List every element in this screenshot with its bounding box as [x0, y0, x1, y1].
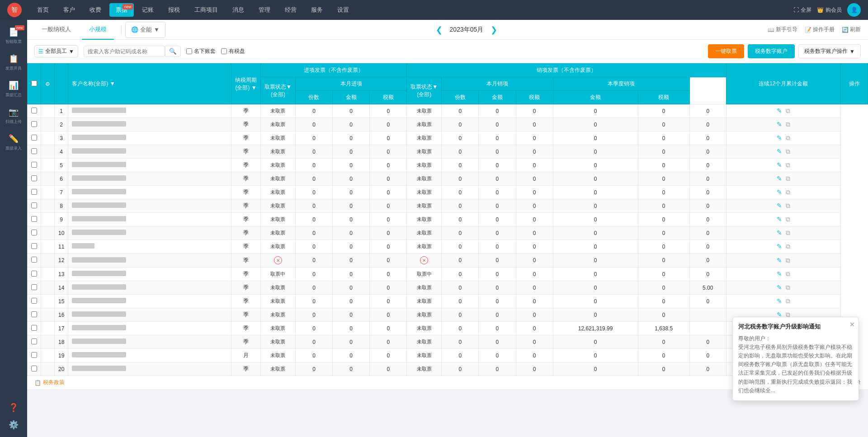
edit-btn[interactable]: ✎: [777, 297, 782, 305]
tax-plate-checkbox-label[interactable]: 有税盘: [221, 47, 245, 55]
nav-billing[interactable]: 收费: [83, 3, 108, 17]
nav-clients[interactable]: 客户: [57, 3, 81, 17]
sidebar-item-invoice-entry[interactable]: ✏️ 票据录入: [1, 130, 26, 155]
copy-btn[interactable]: ⧉: [786, 284, 790, 291]
search-button[interactable]: 🔍: [165, 46, 181, 57]
tax-policy-link[interactable]: 📋 税务政策: [34, 379, 65, 386]
row-checkbox[interactable]: [31, 108, 37, 113]
prev-month-btn[interactable]: ❮: [436, 25, 443, 35]
select-all-checkbox[interactable]: [31, 80, 37, 86]
tab-general[interactable]: 一般纳税人: [34, 20, 78, 40]
edit-btn[interactable]: ✎: [777, 188, 782, 196]
edit-btn[interactable]: ✎: [777, 121, 782, 128]
copy-btn[interactable]: ⧉: [786, 148, 790, 155]
ledger-checkbox-label[interactable]: 名下账套: [186, 47, 216, 55]
copy-btn[interactable]: ⧉: [786, 270, 790, 277]
row-checkbox[interactable]: [31, 189, 37, 195]
copy-btn[interactable]: ⧉: [786, 121, 790, 128]
nav-tax[interactable]: 报税: [162, 3, 186, 17]
notification-close-btn[interactable]: ✕: [849, 321, 855, 328]
copy-btn[interactable]: ⧉: [786, 107, 790, 114]
row-checkbox[interactable]: [31, 311, 37, 317]
copy-btn[interactable]: ⧉: [786, 243, 790, 250]
user-avatar[interactable]: 👤: [847, 3, 861, 17]
copy-btn[interactable]: ⧉: [786, 161, 790, 169]
copy-btn[interactable]: ⧉: [786, 216, 790, 223]
row-checkbox[interactable]: [31, 148, 37, 154]
row-checkbox[interactable]: [31, 257, 37, 263]
one-click-btn[interactable]: 一键取票: [708, 44, 744, 58]
sidebar-item-scan-upload[interactable]: 📷 扫描上传: [1, 103, 26, 128]
row-checkbox[interactable]: [31, 338, 37, 344]
employee-filter[interactable]: ☰ 全部员工 ▼: [34, 45, 78, 57]
digital-ops-btn[interactable]: 税务数字账户操作 ▼: [798, 44, 861, 58]
copy-btn[interactable]: ⧉: [786, 297, 790, 305]
row-checkbox[interactable]: [31, 202, 37, 208]
nav-operations[interactable]: 经营: [278, 3, 303, 17]
tab-divider: [121, 25, 122, 34]
edit-btn[interactable]: ✎: [777, 161, 782, 169]
nav-messages[interactable]: 消息: [226, 3, 250, 17]
ledger-checkbox[interactable]: [186, 48, 192, 54]
search-input[interactable]: [84, 46, 165, 57]
row-checkbox[interactable]: [31, 162, 37, 168]
nav-settings[interactable]: 设置: [331, 3, 355, 17]
nav-bookkeeping[interactable]: 记账: [136, 3, 160, 17]
copy-btn[interactable]: ⧉: [786, 229, 790, 236]
in-status: 未取票: [270, 162, 285, 168]
nav-management[interactable]: 管理: [252, 3, 277, 17]
row-checkbox[interactable]: [31, 271, 37, 277]
row-checkbox[interactable]: [31, 243, 37, 249]
edit-btn[interactable]: ✎: [777, 148, 782, 155]
nav-services[interactable]: 服务: [305, 3, 329, 17]
tab-small[interactable]: 小规模: [82, 20, 114, 40]
row-checkbox[interactable]: [31, 366, 37, 371]
edit-btn[interactable]: ✎: [777, 243, 782, 250]
nav-invoices[interactable]: 票据 new: [109, 3, 134, 17]
edit-btn[interactable]: ✎: [777, 229, 782, 236]
copy-btn[interactable]: ⧉: [786, 257, 790, 264]
manual-btn[interactable]: 📝 操作手册: [805, 26, 835, 33]
edit-btn[interactable]: ✎: [777, 175, 782, 182]
nav-business[interactable]: 工商项目: [188, 3, 224, 17]
row-checkbox[interactable]: [31, 284, 37, 290]
in-status: 未取票: [270, 298, 285, 304]
tab-all[interactable]: 🌐 全能 ▼: [125, 22, 165, 38]
copy-btn[interactable]: ⧉: [786, 175, 790, 182]
tax-plate-checkbox[interactable]: [221, 48, 227, 54]
copy-btn[interactable]: ⧉: [786, 202, 790, 209]
sidebar-item-settings2[interactable]: ⚙️: [1, 416, 26, 433]
digital-account-btn[interactable]: 税务数字账户: [748, 44, 795, 58]
sidebar-item-issue-invoice[interactable]: 📋 发票开具: [1, 50, 26, 75]
membership-btn[interactable]: 👑 购会员: [817, 6, 842, 14]
fullscreen-btn[interactable]: ⛶ 全屏: [793, 6, 811, 14]
out-status: 未取票: [417, 162, 432, 168]
row-checkbox[interactable]: [31, 325, 37, 331]
copy-btn[interactable]: ⧉: [786, 134, 790, 141]
nav-home[interactable]: 首页: [31, 3, 55, 17]
row-checkbox[interactable]: [31, 135, 37, 141]
sidebar-item-help[interactable]: ❓: [1, 399, 26, 416]
refresh-btn[interactable]: 🔄 刷新: [842, 26, 861, 33]
row-checkbox[interactable]: [31, 352, 37, 358]
row-checkbox[interactable]: [31, 121, 37, 127]
row-checkbox[interactable]: [31, 298, 37, 304]
next-month-btn[interactable]: ❯: [491, 25, 497, 35]
edit-btn[interactable]: ✎: [777, 216, 782, 223]
edit-btn[interactable]: ✎: [777, 284, 782, 291]
sidebar: 📄 智能取票 new 📋 发票开具 📊 票据汇总 📷 扫描上传 ✏️ 票据录入 …: [0, 20, 27, 437]
edit-btn[interactable]: ✎: [777, 134, 782, 141]
in-status: 未取票: [270, 149, 285, 154]
edit-btn[interactable]: ✎: [777, 107, 782, 114]
edit-btn[interactable]: ✎: [777, 270, 782, 277]
new-guide-btn[interactable]: 📖 新手引导: [768, 26, 797, 33]
sidebar-item-smart-invoice[interactable]: 📄 智能取票 new: [1, 23, 26, 48]
copy-btn[interactable]: ⧉: [786, 188, 790, 196]
edit-btn[interactable]: ✎: [777, 257, 782, 264]
row-checkbox[interactable]: [31, 216, 37, 222]
edit-btn[interactable]: ✎: [777, 202, 782, 209]
row-checkbox[interactable]: [31, 230, 37, 235]
row-checkbox[interactable]: [31, 175, 37, 181]
crown-icon: 👑: [817, 7, 824, 13]
sidebar-item-invoice-summary[interactable]: 📊 票据汇总: [1, 77, 26, 102]
